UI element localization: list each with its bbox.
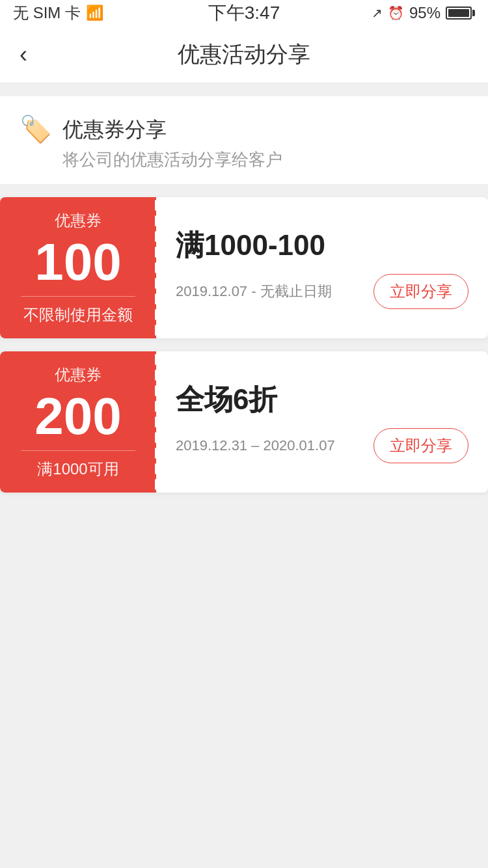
coupon-list: 优惠券 100 不限制使用金额 满1000-100 2019.12.07 - 无… [0, 197, 488, 506]
coupon-type-1: 优惠券 [55, 210, 102, 231]
location-icon: ↗ [372, 5, 383, 21]
coupon-card-1: 优惠券 100 不限制使用金额 满1000-100 2019.12.07 - 无… [0, 197, 488, 338]
wifi-icon: 📶 [86, 5, 103, 21]
coupon-date-2: 2019.12.31 – 2020.01.07 [176, 437, 335, 454]
coupon-condition-2: 满1000可用 [37, 459, 118, 480]
nav-bar: ‹ 优惠活动分享 [0, 26, 488, 83]
coupon-card-2: 优惠券 200 满1000可用 全场6折 2019.12.31 – 2020.0… [0, 351, 488, 493]
coupon-right-2: 全场6折 2019.12.31 – 2020.01.07 立即分享 [156, 351, 488, 493]
coupon-name-1: 满1000-100 [176, 226, 468, 265]
coupon-icon: 🏷️ [20, 116, 52, 142]
coupon-bottom-1: 2019.12.07 - 无截止日期 立即分享 [176, 274, 468, 309]
coupon-condition-1: 不限制使用金额 [23, 305, 133, 325]
battery-icon [446, 7, 475, 20]
section-header: 🏷️ 优惠券分享 将公司的优惠活动分享给客户 [0, 96, 488, 184]
section-subtitle: 将公司的优惠活动分享给客户 [62, 148, 282, 171]
alarm-icon: ⏰ [388, 5, 404, 21]
coupon-value-1: 100 [34, 236, 121, 288]
page-title: 优惠活动分享 [178, 40, 310, 70]
section-text-block: 优惠券分享 将公司的优惠活动分享给客户 [62, 116, 282, 171]
status-bar: 无 SIM 卡 📶 下午3:47 ↗ ⏰ 95% [0, 0, 488, 26]
coupon-date-1: 2019.12.07 - 无截止日期 [176, 282, 332, 301]
coupon-left-2: 优惠券 200 满1000可用 [0, 351, 156, 493]
coupon-bottom-2: 2019.12.31 – 2020.01.07 立即分享 [176, 428, 468, 463]
share-button-2[interactable]: 立即分享 [373, 428, 468, 463]
status-right: ↗ ⏰ 95% [372, 4, 475, 22]
status-left: 无 SIM 卡 📶 [13, 3, 103, 23]
coupon-type-2: 优惠券 [55, 364, 102, 385]
coupon-divider-1 [21, 296, 135, 297]
coupon-divider-2 [21, 450, 135, 451]
carrier-label: 无 SIM 卡 [13, 3, 81, 23]
coupon-right-1: 满1000-100 2019.12.07 - 无截止日期 立即分享 [156, 197, 488, 338]
coupon-value-2: 200 [34, 390, 121, 442]
coupon-left-1: 优惠券 100 不限制使用金额 [0, 197, 156, 338]
share-button-1[interactable]: 立即分享 [373, 274, 468, 309]
coupon-name-2: 全场6折 [176, 381, 468, 419]
status-time: 下午3:47 [208, 1, 280, 25]
back-button[interactable]: ‹ [20, 41, 27, 68]
battery-label: 95% [409, 4, 441, 22]
section-title: 优惠券分享 [62, 116, 282, 144]
